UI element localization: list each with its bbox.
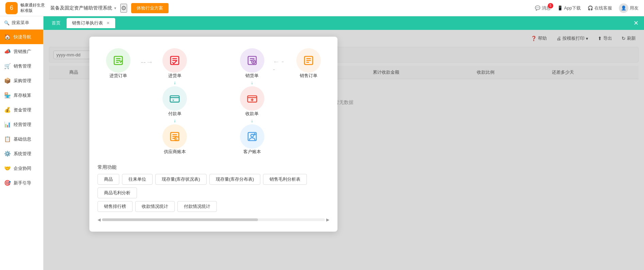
sidebar-item-label: 库存核算 (14, 92, 31, 98)
receipt-bill-label: 收款单 (245, 111, 259, 117)
arrow-down-customer: ↓ (251, 118, 253, 123)
sidebar-item-purchase[interactable]: 📦 采购管理 (0, 73, 43, 88)
search-icon: 🔍 (4, 20, 10, 25)
func-btns-row2: 销售排行榜 收款情况统计 付款情况统计 (98, 201, 329, 212)
scroll-right-icon[interactable]: ▶ (326, 217, 329, 222)
flow-col-supplier: ↓ $ (154, 117, 195, 155)
tab-sales-order-exec-label: 销售订单执行表 (72, 20, 103, 26)
trial-button[interactable]: 体验行业方案 (131, 3, 169, 13)
sidebar-item-enterprise[interactable]: 🤝 企业协同 (0, 161, 43, 176)
system-dropdown-icon[interactable]: ▾ (114, 6, 116, 11)
svg-point-31 (251, 134, 254, 137)
marketing-icon: 📣 (4, 48, 11, 55)
func-btn-payment-stats[interactable]: 付款情况统计 (177, 201, 217, 212)
purchase-icon: 📦 (4, 77, 11, 84)
top-bar: 6 畅康通好生意 标准版 装备及固定资产辅助管理系统 ▾ ⚙ 体验行业方案 💬 … (0, 0, 644, 16)
purchase-bill-label: 进货单 (168, 73, 181, 79)
svg-rect-17 (170, 96, 179, 102)
tab-home[interactable]: 首页 (46, 18, 66, 28)
sidebar-item-finance[interactable]: 💰 资金管理 (0, 103, 43, 117)
page-content: ❓ 帮助 🖨 按模板打印 ▾ ⬆ 导出 ↻ 刷新 (43, 30, 644, 270)
flow-node-sales-order[interactable]: 销售订单 (288, 48, 329, 79)
purchase-bill-circle (162, 48, 187, 73)
func-btn-stock-status[interactable]: 现存量(库存状况表) (155, 174, 207, 185)
func-btn-sales-profit[interactable]: 销售毛利分析表 (263, 174, 307, 185)
sidebar-item-guide[interactable]: 🎯 新手引导 (0, 176, 43, 190)
flow-row-3: ↓ $ (98, 117, 329, 155)
sidebar-item-marketing[interactable]: 📣 营销推广 (0, 44, 43, 59)
func-btn-contacts[interactable]: 往来单位 (122, 174, 153, 185)
app-download-label: App下载 (564, 5, 581, 11)
app-download-item[interactable]: 📱 App下载 (557, 5, 581, 11)
sidebar-item-system[interactable]: ⚙️ 系统管理 (0, 146, 43, 161)
sidebar-item-label: 销售管理 (14, 63, 31, 69)
scrollbar-track[interactable] (102, 218, 325, 221)
modal-scrollbar: ◀ ▶ (98, 216, 329, 223)
logo-text: 畅康通好生意 标准版 (20, 3, 45, 13)
sidebar-item-label: 企业协同 (14, 165, 31, 172)
func-btn-sales-rank[interactable]: 销售排行榜 (98, 201, 133, 212)
common-functions-title: 常用功能 (98, 164, 329, 170)
customer-account-label: 客户账本 (243, 149, 261, 155)
supplier-account-label: 供应商账本 (164, 149, 186, 155)
user-name-label: 用友 (630, 5, 639, 11)
logo-line2: 标准版 (20, 8, 45, 14)
sidebar-item-quick-nav[interactable]: 🏠 快捷导航 (0, 30, 43, 44)
sidebar-item-operations[interactable]: 📊 经营管理 (0, 117, 43, 132)
operations-icon: 📊 (4, 121, 11, 128)
quick-nav-icon: 🏠 (4, 34, 11, 40)
search-menu-label: 搜索菜单 (12, 20, 29, 26)
flow-diagram-area: 进货订单 - - → (98, 45, 329, 162)
sidebar-item-label: 基础信息 (14, 136, 31, 142)
message-item[interactable]: 💬 消息 5 (535, 5, 551, 11)
sidebar-item-sales[interactable]: 🛒 销售管理 (0, 59, 43, 73)
purchase-order-circle (106, 48, 130, 73)
tab-close-icon[interactable]: ✕ (106, 21, 110, 25)
customer-account-circle[interactable] (240, 124, 264, 149)
search-menu[interactable]: 🔍 搜索菜单 (0, 16, 43, 30)
finance-icon: 💰 (4, 107, 11, 113)
message-badge: 5 (548, 3, 553, 8)
online-service-label: 在线客服 (594, 5, 612, 11)
sidebar-item-label: 经营管理 (14, 122, 31, 128)
flow-row-2: ↓ ¥ 付款单 (98, 79, 329, 117)
message-icon: 💬 (535, 5, 540, 11)
online-service-item[interactable]: 🎧 在线客服 (588, 5, 612, 11)
sidebar-item-basics[interactable]: 📋 基础信息 (0, 132, 43, 146)
supplier-account-circle[interactable]: $ (162, 124, 187, 149)
scrollbar-thumb (102, 218, 258, 221)
func-btn-goods[interactable]: 商品 (98, 174, 119, 185)
modal-overlay: 进货订单 - - → (43, 30, 644, 270)
svg-text:$: $ (176, 138, 178, 141)
user-item[interactable]: 👤 用友 (619, 3, 639, 13)
guide-icon: 🎯 (4, 180, 11, 186)
func-btn-goods-profit[interactable]: 商品毛利分析 (98, 187, 137, 198)
settings-button[interactable]: ⚙ (120, 4, 127, 13)
sidebar-item-label: 采购管理 (14, 78, 31, 84)
flow-node-purchase-order[interactable]: 进货订单 (98, 48, 139, 79)
system-icon: ⚙️ (4, 150, 11, 157)
flow-node-purchase-bill[interactable]: 进货单 (154, 48, 195, 79)
tab-bar-close-button[interactable]: ✕ (631, 19, 641, 27)
func-btn-receipt-stats[interactable]: 收款情况统计 (135, 201, 175, 212)
receipt-bill-circle[interactable] (240, 86, 264, 111)
svg-text:¥: ¥ (172, 98, 175, 102)
scroll-left-icon[interactable]: ◀ (98, 217, 101, 222)
payment-bill-circle[interactable]: ¥ (162, 86, 187, 111)
flow-row-1: 进货订单 - - → (98, 48, 329, 79)
system-title: 装备及固定资产辅助管理系统 ▾ (50, 5, 116, 11)
h-arrow-1: - - → (139, 58, 154, 67)
arrow-down-receipt: ↓ (251, 80, 253, 85)
func-btn-stock-dist[interactable]: 现存量(库存分布表) (209, 174, 261, 185)
flow-node-sales-bill[interactable]: 销货单 (231, 48, 273, 79)
flow-col-customer: ↓ 客户账本 (231, 117, 273, 155)
inventory-icon: 🏪 (4, 92, 11, 98)
sidebar-item-inventory[interactable]: 🏪 库存核算 (0, 88, 43, 103)
content-area: 首页 销售订单执行表 ✕ ✕ ❓ 帮助 🖨 (43, 16, 644, 270)
purchase-order-label: 进货订单 (109, 73, 127, 79)
sales-order-circle (296, 48, 321, 73)
tab-sales-order-exec[interactable]: 销售订单执行表 ✕ (67, 18, 115, 28)
sales-bill-label: 销货单 (245, 73, 259, 79)
headset-icon: 🎧 (588, 5, 593, 11)
payment-bill-label: 付款单 (168, 111, 181, 117)
